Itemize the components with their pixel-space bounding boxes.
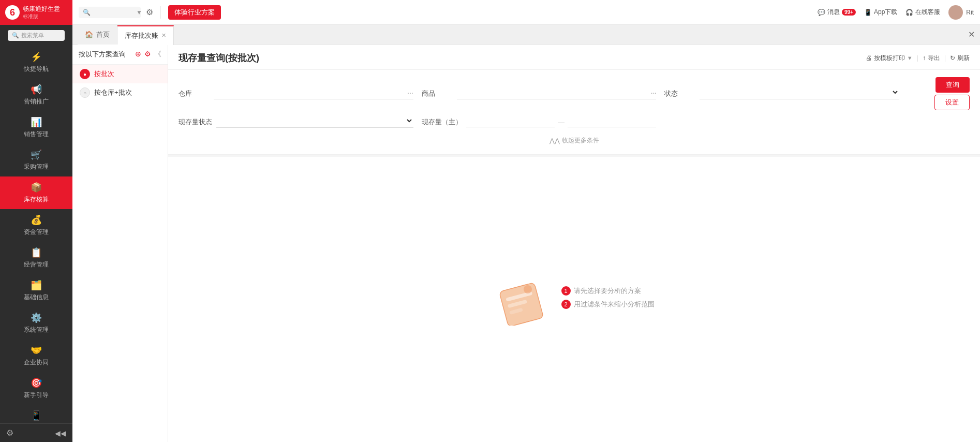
warehouse-input[interactable]	[214, 89, 407, 96]
svg-point-5	[524, 285, 532, 293]
inventory-status-select[interactable]	[216, 116, 413, 125]
inventory-status-select-wrap	[216, 116, 413, 128]
sidebar-footer: ⚙ ◀◀	[0, 423, 72, 442]
operations-icon: 📋	[31, 247, 42, 258]
home-icon: 🏠	[85, 31, 93, 38]
system-icon: ⚙️	[31, 312, 42, 323]
export-button[interactable]: ↑ 导出	[923, 54, 940, 63]
action-divider-2: |	[944, 54, 946, 62]
scheme-panel-header: 按以下方案查询 ⊕ ⚙ 《	[72, 45, 168, 65]
sidebar-header: 6 畅康通好生意 标准版	[0, 0, 72, 25]
close-tab-icon[interactable]: ✕	[161, 32, 166, 39]
export-label: 导出	[928, 54, 940, 63]
sidebar-item-basic[interactable]: 🗂️ 基础信息	[0, 274, 72, 307]
close-all-tabs-icon[interactable]: ✕	[968, 30, 975, 39]
sidebar-item-apps[interactable]: 📱 应用中心	[0, 405, 72, 423]
collapse-panel-icon[interactable]: 《	[154, 50, 161, 59]
shortcuts-icon: ⚡	[31, 51, 42, 63]
sidebar-label-finance: 资金管理	[24, 228, 49, 237]
sidebar-item-finance[interactable]: 💰 资金管理	[0, 209, 72, 242]
content-area: 按以下方案查询 ⊕ ⚙ 《 ● 按批次 ○ 按仓库+批次	[72, 45, 980, 442]
apps-icon: 📱	[31, 410, 42, 421]
sidebar-item-guide[interactable]: 🎯 新手引导	[0, 372, 72, 405]
collapse-more-btn[interactable]: ⋀⋀ 收起更多条件	[179, 134, 970, 147]
scheme-list: ● 按批次 ○ 按仓库+批次	[72, 65, 168, 442]
topbar-right: 💬 消息 99+ 📱 App下载 🎧 在线客服 Rit	[818, 5, 974, 20]
topbar-search-wrap[interactable]: 🔍 ▼	[79, 7, 141, 18]
sidebar-item-inventory[interactable]: 📦 库存核算	[0, 176, 72, 209]
scheme-batch-icon: ●	[80, 69, 90, 79]
sidebar-item-system[interactable]: ⚙️ 系统管理	[0, 307, 72, 340]
tab-home-label: 首页	[96, 30, 110, 39]
refresh-icon: ↻	[950, 54, 955, 62]
marketing-icon: 📢	[31, 84, 42, 95]
tab-home[interactable]: 🏠 首页	[78, 25, 117, 45]
inventory-qty-label: 现存量（主）	[422, 117, 462, 127]
tab-inventory-batch[interactable]: 库存批次账 ✕	[117, 25, 174, 45]
print-dropdown-icon[interactable]: ▼	[907, 55, 913, 61]
user-avatar	[948, 5, 963, 20]
refresh-button[interactable]: ↻ 刷新	[950, 54, 970, 63]
sidebar-item-collab[interactable]: 🤝 企业协同	[0, 340, 72, 372]
user-area[interactable]: Rit	[948, 5, 974, 20]
warehouse-more-icon[interactable]: ···	[407, 89, 413, 97]
inventory-icon: 📦	[31, 182, 42, 193]
status-select-wrap	[700, 88, 899, 99]
filter-row-2: 现存量状态 现存量（主） —	[179, 116, 970, 128]
sidebar-label-system: 系统管理	[24, 326, 49, 334]
topbar-divider	[160, 6, 161, 19]
status-select[interactable]	[700, 88, 899, 97]
print-button[interactable]: 🖨 按模板打印 ▼	[866, 54, 913, 63]
page-title-bar: 现存量查询(按批次) 🖨 按模板打印 ▼ | ↑ 导出 | ↻	[168, 45, 980, 70]
search-label: 搜索菜单	[21, 32, 44, 39]
filter-inventory-qty: 现存量（主） —	[422, 117, 657, 127]
sidebar-label-collab: 企业协同	[24, 358, 49, 367]
collapse-sidebar-icon[interactable]: ◀◀	[55, 429, 66, 437]
qty-to-input[interactable]	[568, 117, 656, 127]
sidebar-label-guide: 新手引导	[24, 391, 49, 400]
sidebar-item-search[interactable]: 🔍 搜索菜单	[0, 25, 72, 46]
message-button[interactable]: 💬 消息 99+	[818, 8, 856, 17]
online-service-button[interactable]: 🎧 在线客服	[905, 8, 940, 17]
topbar-gear-icon[interactable]: ⚙	[146, 7, 153, 17]
page-title-actions: 🖨 按模板打印 ▼ | ↑ 导出 | ↻ 刷新	[866, 54, 970, 63]
scheme-item-warehouse-batch[interactable]: ○ 按仓库+批次	[72, 83, 168, 102]
page-title: 现存量查询(按批次)	[179, 52, 259, 64]
add-scheme-icon[interactable]: ⊕	[135, 50, 141, 59]
sidebar-label-sales: 销售管理	[24, 130, 49, 139]
topbar-search-dropdown-icon[interactable]: ▼	[136, 9, 142, 16]
filter-warehouse: 仓库 ···	[179, 89, 413, 99]
manage-scheme-icon[interactable]: ⚙	[144, 50, 151, 59]
finance-icon: 💰	[31, 214, 42, 226]
settings-icon[interactable]: ⚙	[6, 428, 13, 438]
step-2-num: 2	[561, 300, 571, 309]
app-download-button[interactable]: 📱 App下载	[864, 8, 897, 17]
sidebar-item-marketing[interactable]: 📢 营销推广	[0, 79, 72, 111]
goods-input[interactable]	[457, 89, 650, 96]
collapse-label: 收起更多条件	[562, 136, 599, 145]
query-button[interactable]: 查询	[936, 77, 970, 93]
range-dash: —	[558, 119, 565, 126]
export-icon: ↑	[923, 54, 926, 62]
right-panel: 现存量查询(按批次) 🖨 按模板打印 ▼ | ↑ 导出 | ↻	[168, 45, 980, 442]
sidebar-item-shortcuts[interactable]: ⚡ 快捷导航	[0, 46, 72, 79]
qty-from-input[interactable]	[466, 117, 555, 127]
trial-button[interactable]: 体验行业方案	[168, 5, 221, 20]
step-2-text: 用过滤条件来缩小分析范围	[574, 300, 655, 309]
basic-icon: 🗂️	[31, 279, 42, 291]
scheme-batch-label: 按批次	[94, 69, 114, 79]
sidebar-item-sales[interactable]: 📊 销售管理	[0, 111, 72, 144]
purchase-icon: 🛒	[31, 149, 42, 160]
scheme-item-batch[interactable]: ● 按批次	[72, 65, 168, 83]
topbar-search-input[interactable]	[93, 9, 134, 16]
guide-icon: 🎯	[31, 377, 42, 389]
settings-button[interactable]: 设置	[934, 95, 970, 110]
sidebar-label-shortcuts: 快捷导航	[24, 65, 49, 73]
inventory-qty-range: —	[466, 117, 657, 127]
empty-state: 1 请先选择要分析的方案 2 用过滤条件来缩小分析范围	[168, 157, 980, 442]
goods-more-icon[interactable]: ···	[650, 89, 657, 97]
sidebar-item-purchase[interactable]: 🛒 采购管理	[0, 144, 72, 176]
empty-step-2: 2 用过滤条件来缩小分析范围	[561, 300, 655, 309]
goods-input-wrap: ···	[457, 89, 657, 99]
sidebar-item-operations[interactable]: 📋 经营管理	[0, 242, 72, 274]
